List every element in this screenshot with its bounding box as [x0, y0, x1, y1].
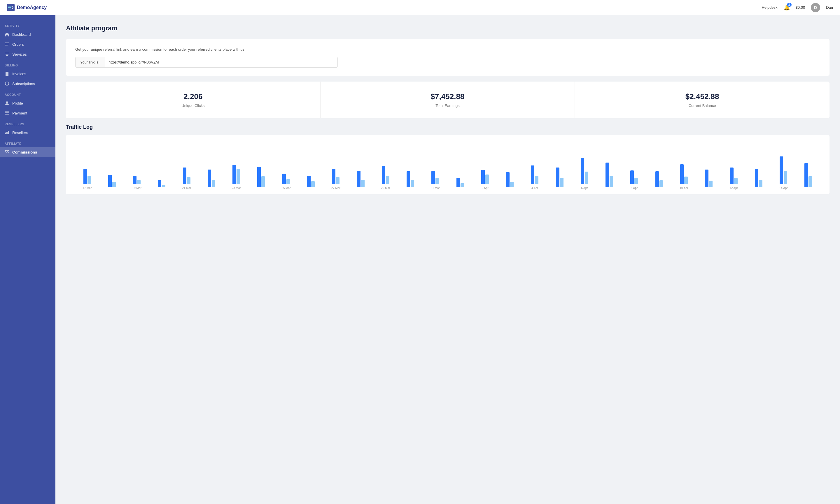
- solid-bar: [332, 169, 336, 184]
- sidebar-item-commissions[interactable]: Commissions: [0, 147, 55, 157]
- bar-label: 17 Mar: [83, 186, 91, 190]
- stat-label: Current Balance: [582, 104, 823, 108]
- bar-label: 10 Apr: [680, 186, 688, 190]
- bars-container: [332, 143, 340, 184]
- light-bar: [808, 176, 812, 187]
- bar-group: 2 Apr: [473, 143, 497, 190]
- solid-bar: [133, 176, 137, 184]
- bar-group: 29 Mar: [374, 143, 397, 190]
- sidebar-section-label: Activity: [0, 20, 55, 30]
- light-bar: [585, 172, 588, 184]
- bars-container: [506, 146, 514, 187]
- solid-bar: [481, 170, 485, 184]
- bar-group: 21 Mar: [175, 143, 198, 190]
- bar-group: [100, 146, 124, 190]
- light-bar: [237, 169, 240, 184]
- solid-bar: [208, 169, 211, 187]
- solid-bar: [804, 163, 808, 187]
- brand-icon: [7, 4, 15, 11]
- sidebar-section-label: Account: [0, 89, 55, 98]
- bar-group: 31 Mar: [424, 143, 447, 190]
- referral-link-input[interactable]: [104, 57, 338, 67]
- solid-bar: [531, 165, 534, 184]
- bar-group: [647, 146, 671, 190]
- notifications-button[interactable]: 🔔 3: [784, 4, 790, 11]
- bar-chart: 17 Mar19 Mar21 Mar23 Mar25 Mar27 Mar29 M…: [75, 143, 820, 190]
- services-icon: [5, 52, 9, 56]
- bar-group: 23 Mar: [225, 143, 248, 190]
- light-bar: [137, 180, 141, 184]
- bar-group: 17 Mar: [75, 143, 99, 190]
- solid-bar: [705, 169, 708, 187]
- sidebar-item-label: Profile: [12, 101, 23, 106]
- sidebar-item-resellers[interactable]: Resellers: [0, 128, 55, 138]
- light-bar: [759, 180, 762, 187]
- light-bar: [287, 179, 290, 184]
- sidebar-item-profile[interactable]: Profile: [0, 98, 55, 108]
- user-name[interactable]: Dan: [826, 5, 833, 10]
- avatar[interactable]: D: [811, 3, 820, 12]
- bar-group: 8 Apr: [622, 143, 646, 190]
- bar-label: 14 Apr: [779, 186, 788, 190]
- commissions-icon: [5, 150, 9, 155]
- solid-bar: [457, 178, 460, 187]
- home-icon: [5, 32, 9, 37]
- bar-label: 6 Apr: [581, 186, 588, 190]
- chart-container: 17 Mar19 Mar21 Mar23 Mar25 Mar27 Mar29 M…: [75, 143, 820, 190]
- stats-row: 2,206Unique Clicks$7,452.88Total Earning…: [66, 82, 829, 118]
- bars-container: [804, 146, 812, 187]
- stat-value: $2,452.88: [582, 92, 823, 101]
- bars-container: [133, 143, 141, 184]
- sidebar-item-services[interactable]: Services: [0, 49, 55, 59]
- bars-container: [705, 146, 713, 187]
- solid-bar: [382, 166, 385, 184]
- bars-container: [382, 143, 389, 184]
- traffic-log-title: Traffic Log: [66, 124, 829, 130]
- light-bar: [659, 180, 663, 187]
- bars-container: [183, 143, 190, 184]
- bar-label: 12 Apr: [730, 186, 738, 190]
- sidebar-item-label: Services: [12, 52, 27, 56]
- bar-group: [498, 146, 522, 190]
- bar-group: 25 Mar: [274, 143, 298, 190]
- svg-rect-7: [8, 131, 9, 134]
- account-balance: $0.00: [796, 5, 805, 10]
- light-bar: [411, 180, 414, 187]
- light-bar: [386, 176, 389, 184]
- solid-bar: [605, 163, 609, 187]
- bars-container: [581, 143, 588, 184]
- bar-label: 27 Mar: [331, 186, 340, 190]
- svg-rect-6: [6, 132, 7, 134]
- brand-name: DemoAgency: [17, 5, 47, 10]
- light-bar: [784, 171, 787, 184]
- solid-bar: [257, 167, 261, 187]
- sidebar-item-payment[interactable]: Payment: [0, 108, 55, 118]
- bar-group: [398, 146, 422, 190]
- light-bar: [261, 176, 265, 187]
- orders-icon: [5, 42, 9, 47]
- sidebar-item-label: Payment: [12, 111, 27, 115]
- sidebar-item-invoices[interactable]: Invoices: [0, 69, 55, 79]
- svg-rect-4: [5, 112, 9, 113]
- helpdesk-link[interactable]: Helpdesk: [761, 5, 777, 10]
- light-bar: [734, 178, 738, 184]
- bars-container: [680, 143, 688, 184]
- sidebar-item-subscriptions[interactable]: Subscriptions: [0, 79, 55, 89]
- bars-container: [357, 146, 364, 187]
- bars-container: [730, 143, 738, 184]
- solid-bar: [506, 172, 510, 187]
- topnav: DemoAgency Helpdesk 🔔 3 $0.00 D Dan: [0, 0, 840, 15]
- bars-container: [655, 146, 663, 187]
- solid-bar: [108, 175, 112, 187]
- bar-group: [548, 146, 571, 190]
- solid-bar: [83, 169, 87, 184]
- sidebar-item-dashboard[interactable]: Dashboard: [0, 30, 55, 39]
- bars-container: [233, 143, 240, 184]
- bar-label: 19 Mar: [133, 186, 141, 190]
- bar-label: 29 Mar: [381, 186, 390, 190]
- bars-container: [407, 146, 414, 187]
- sidebar-item-label: Dashboard: [12, 32, 31, 37]
- sidebar-item-orders[interactable]: Orders: [0, 39, 55, 49]
- chart-card: 17 Mar19 Mar21 Mar23 Mar25 Mar27 Mar29 M…: [66, 135, 829, 194]
- bar-label: 31 Mar: [431, 186, 440, 190]
